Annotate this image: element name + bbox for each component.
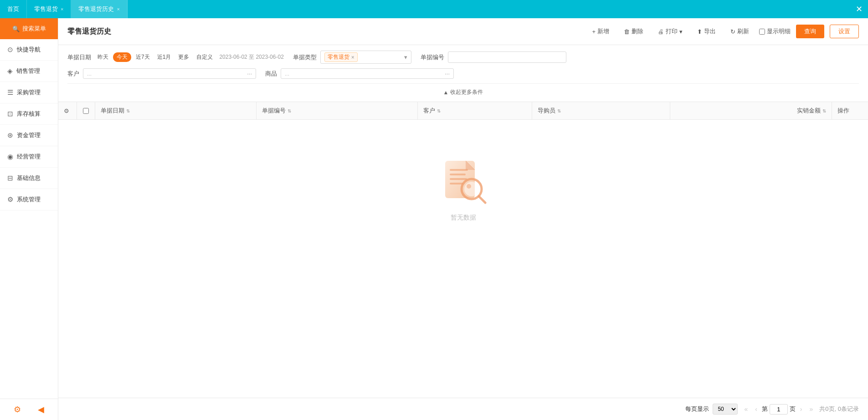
svg-point-8 <box>467 184 471 189</box>
table-body: 暂无数据 <box>58 120 868 259</box>
goods-select[interactable]: ... ··· <box>281 68 454 79</box>
sidebar-search[interactable]: 🔍 搜索菜单 <box>0 18 58 39</box>
customer-select[interactable]: ... ··· <box>83 68 256 79</box>
print-dropdown-icon: ▾ <box>679 28 683 35</box>
first-page-button[interactable]: « <box>741 405 750 414</box>
delete-button[interactable]: 🗑 删除 <box>619 25 648 38</box>
empty-illustration <box>436 156 491 206</box>
close-retail-return-icon[interactable]: × <box>61 6 63 12</box>
close-history-icon[interactable]: × <box>117 6 119 12</box>
refresh-label: 刷新 <box>737 27 749 36</box>
tab-home[interactable]: 首页 <box>0 0 27 18</box>
date-yesterday[interactable]: 昨天 <box>95 52 111 62</box>
filter-customer: 客户 ... ··· <box>67 68 256 79</box>
svg-line-7 <box>479 196 485 203</box>
main-layout: 🔍 搜索菜单 ⊙ 快捷导航 ◈ 销售管理 ☰ 采购管理 ⊡ 库存核算 ⊛ 资金管 <box>0 18 868 420</box>
tab-retail-return[interactable]: 零售退货 × <box>27 0 71 18</box>
settings-bottom-icon[interactable]: ⚙ <box>14 405 21 415</box>
type-select[interactable]: 零售退货 × ▾ <box>320 51 411 64</box>
refresh-icon: ↻ <box>730 28 735 35</box>
filter-row-2: 客户 ... ··· 商品 ... ··· <box>67 68 859 79</box>
th-customer: 客户 ⇅ <box>418 102 532 120</box>
date-label: 单据日期 <box>67 53 91 61</box>
sidebar-menu: ⊙ 快捷导航 ◈ 销售管理 ☰ 采购管理 ⊡ 库存核算 ⊛ 资金管理 ◉ 经营管… <box>0 39 58 399</box>
sidebar-item-inventory-label: 库存核算 <box>17 110 41 118</box>
sidebar-item-purchase-mgmt[interactable]: ☰ 采购管理 <box>0 82 58 103</box>
setting-button[interactable]: 设置 <box>830 25 859 38</box>
sidebar: 🔍 搜索菜单 ⊙ 快捷导航 ◈ 销售管理 ☰ 采购管理 ⊡ 库存核算 ⊛ 资金管 <box>0 18 58 420</box>
th-settings: ⚙ <box>58 102 77 120</box>
type-tag-text: 零售退货 <box>328 53 349 61</box>
sort-doc-no[interactable]: 单据编号 ⇅ <box>262 107 412 115</box>
th-action-label: 操作 <box>837 107 849 114</box>
sidebar-item-basic-info[interactable]: ⊟ 基础信息 <box>0 168 58 189</box>
customer-label: 客户 <box>67 70 79 78</box>
date-1month[interactable]: 近1月 <box>154 52 174 62</box>
th-amount: 实销金额 ⇅ <box>670 102 832 120</box>
export-button[interactable]: ⬆ 导出 <box>693 25 720 38</box>
th-doc-no: 单据编号 ⇅ <box>256 102 417 120</box>
th-doc-no-label: 单据编号 <box>262 107 286 115</box>
audio-bottom-icon[interactable]: ◀ <box>38 405 44 415</box>
page-title: 零售退货历史 <box>67 27 111 36</box>
refresh-button[interactable]: ↻ 刷新 <box>726 25 754 38</box>
sort-guide-icon: ⇅ <box>557 108 561 113</box>
page-unit: 页 <box>790 405 796 413</box>
data-table: ⚙ 单据日期 ⇅ <box>58 102 868 258</box>
goods-select-arrow: ··· <box>445 70 450 77</box>
date-shortcuts: 昨天 今天 近7天 近1月 更多 自定义 <box>95 52 216 62</box>
sidebar-item-system[interactable]: ⚙ 系统管理 <box>0 189 58 210</box>
system-icon: ⚙ <box>7 195 13 204</box>
export-icon: ⬆ <box>697 28 702 35</box>
sidebar-item-quick-nav[interactable]: ⊙ 快捷导航 <box>0 39 58 61</box>
date-7days[interactable]: 近7天 <box>133 52 153 62</box>
purchase-icon: ☰ <box>7 88 13 97</box>
table-header-row: ⚙ 单据日期 ⇅ <box>58 102 868 120</box>
sort-customer[interactable]: 客户 ⇅ <box>423 107 526 115</box>
page-size-select[interactable]: 20 50 100 <box>713 404 738 415</box>
th-customer-label: 客户 <box>423 107 435 115</box>
svg-rect-4 <box>450 183 463 184</box>
sidebar-item-finance-label: 资金管理 <box>17 131 41 139</box>
header-actions: + 新增 🗑 删除 🖨 打印 ▾ ⬆ 导出 ↻ 刷新 <box>587 25 859 38</box>
empty-cell: 暂无数据 <box>58 120 868 259</box>
select-all-checkbox-cell <box>82 108 89 114</box>
new-button[interactable]: + 新增 <box>587 25 614 38</box>
svg-rect-1 <box>450 169 468 171</box>
show-detail-checkbox-label: 显示明细 <box>759 27 791 36</box>
delete-icon: 🗑 <box>624 28 630 35</box>
last-page-button[interactable]: » <box>807 405 816 414</box>
select-all-checkbox[interactable] <box>83 108 89 114</box>
th-guide-label: 导购员 <box>538 107 555 115</box>
page-nav: « ‹ 第 页 › » <box>741 404 816 415</box>
date-today[interactable]: 今天 <box>113 52 131 62</box>
sidebar-item-finance[interactable]: ⊛ 资金管理 <box>0 125 58 146</box>
type-tag-remove[interactable]: × <box>351 54 354 61</box>
collapse-label: 收起更多条件 <box>450 88 483 96</box>
sort-guide[interactable]: 导购员 ⇅ <box>538 107 664 115</box>
new-icon: + <box>592 28 596 35</box>
new-label: 新增 <box>597 27 609 36</box>
prev-page-button[interactable]: ‹ <box>752 405 760 414</box>
doc-no-input[interactable] <box>448 51 566 63</box>
sort-date[interactable]: 单据日期 ⇅ <box>101 107 251 115</box>
sidebar-item-inventory[interactable]: ⊡ 库存核算 <box>0 103 58 125</box>
next-page-button[interactable]: › <box>797 405 805 414</box>
page-number-input[interactable] <box>770 404 788 415</box>
sidebar-item-operations[interactable]: ◉ 经营管理 <box>0 146 58 168</box>
collapse-button[interactable]: ▲ 收起更多条件 <box>67 83 859 96</box>
top-bar: 首页 零售退货 × 零售退货历史 × ✕ <box>0 0 868 18</box>
delete-label: 删除 <box>632 27 643 36</box>
page-text: 第 <box>762 405 768 413</box>
tab-retail-return-history[interactable]: 零售退货历史 × <box>71 0 127 18</box>
column-settings-icon[interactable]: ⚙ <box>64 108 69 114</box>
window-close-button[interactable]: ✕ <box>850 4 868 14</box>
sidebar-item-sales-mgmt[interactable]: ◈ 销售管理 <box>0 61 58 82</box>
print-button[interactable]: 🖨 打印 ▾ <box>653 25 687 38</box>
query-button[interactable]: 查询 <box>796 25 824 38</box>
sort-amount[interactable]: 实销金额 ⇅ <box>676 107 826 115</box>
date-custom[interactable]: 自定义 <box>194 52 216 62</box>
empty-state: 暂无数据 <box>58 120 868 258</box>
date-more[interactable]: 更多 <box>175 52 192 62</box>
show-detail-checkbox[interactable] <box>759 29 765 35</box>
